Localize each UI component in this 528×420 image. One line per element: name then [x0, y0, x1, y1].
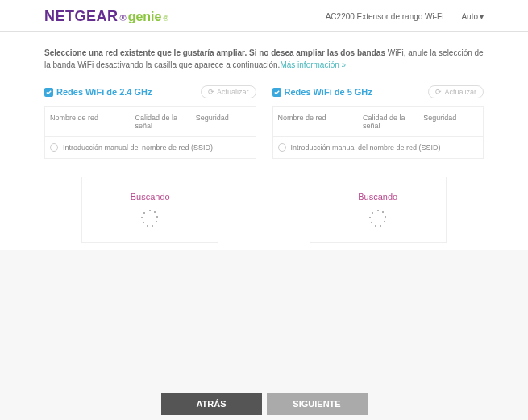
- next-button[interactable]: SIGUIENTE: [267, 393, 368, 415]
- auto-dropdown[interactable]: Auto ▾: [461, 12, 484, 21]
- refresh-icon: ⟳: [208, 88, 214, 96]
- refresh-button-24ghz[interactable]: ⟳ Actualizar: [201, 85, 256, 98]
- footer: ATRÁS SIGUIENTE: [0, 388, 528, 420]
- brand-sub: genie: [128, 10, 162, 24]
- brand-main: NETGEAR: [44, 8, 118, 25]
- refresh-button-5ghz[interactable]: ⟳ Actualizar: [428, 85, 484, 98]
- radio-icon: [278, 143, 286, 152]
- panel-5ghz: Redes WiFi de 5 GHz ⟳ Actualizar Nombre …: [272, 85, 484, 243]
- intro-text: Seleccione una red existente que le gust…: [44, 47, 484, 71]
- back-button[interactable]: ATRÁS: [161, 393, 262, 415]
- searching-card-24ghz: Buscando: [81, 177, 218, 243]
- refresh-icon: ⟳: [435, 88, 442, 96]
- manual-ssid-row[interactable]: Introducción manual del nombre de red (S…: [272, 137, 484, 159]
- searching-label: Buscando: [131, 192, 170, 202]
- chevron-down-icon: ▾: [480, 12, 484, 21]
- logo: NETGEAR® genie®: [44, 8, 168, 25]
- gray-band: [0, 250, 528, 388]
- col-signal: Calidad de la señal: [363, 114, 423, 130]
- spinner-icon: [141, 210, 159, 227]
- panel-24ghz: Redes WiFi de 2.4 GHz ⟳ Actualizar Nombr…: [44, 85, 256, 243]
- more-info-link[interactable]: Más información »: [280, 60, 346, 69]
- table-header: Nombre de red Calidad de la señal Seguri…: [44, 106, 256, 137]
- panels: Redes WiFi de 2.4 GHz ⟳ Actualizar Nombr…: [44, 85, 484, 243]
- checkbox-24ghz[interactable]: [44, 88, 53, 97]
- col-security: Seguridad: [196, 114, 251, 130]
- col-network: Nombre de red: [278, 114, 363, 130]
- checkbox-5ghz[interactable]: [272, 88, 281, 97]
- col-network: Nombre de red: [50, 114, 135, 130]
- content: Seleccione una red existente que le gust…: [0, 32, 528, 243]
- col-signal: Calidad de la señal: [135, 114, 195, 130]
- searching-card-5ghz: Buscando: [310, 177, 447, 243]
- col-security: Seguridad: [423, 114, 478, 130]
- header: NETGEAR® genie® AC2200 Extensor de rango…: [0, 0, 528, 32]
- panel-title-24ghz: Redes WiFi de 2.4 GHz: [56, 87, 152, 97]
- searching-label: Buscando: [358, 192, 397, 202]
- manual-ssid-row[interactable]: Introducción manual del nombre de red (S…: [44, 137, 256, 159]
- spinner-icon: [369, 210, 387, 227]
- panel-title-5ghz: Redes WiFi de 5 GHz: [285, 87, 372, 97]
- product-label: AC2200 Extensor de rango Wi-Fi: [326, 12, 444, 21]
- radio-icon: [50, 143, 58, 152]
- table-header: Nombre de red Calidad de la señal Seguri…: [272, 106, 484, 137]
- header-right: AC2200 Extensor de rango Wi-Fi Auto ▾: [326, 12, 484, 21]
